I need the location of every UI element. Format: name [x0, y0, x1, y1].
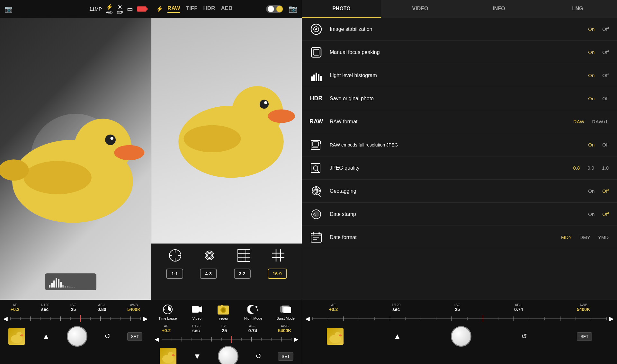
thumbnail-left[interactable] [8, 328, 25, 345]
date-format-ymd[interactable]: YMD [595, 233, 611, 241]
image-stabilization-on[interactable]: On [586, 25, 597, 33]
ar-4-3[interactable]: 4:3 [200, 269, 217, 279]
timer-icon-right[interactable]: ↺ [521, 332, 527, 341]
format-tab-tiff[interactable]: TIFF [186, 5, 198, 13]
spiral-icon[interactable] [203, 249, 216, 262]
manual-focus-off[interactable]: Off [600, 48, 611, 56]
format-tab-hdr[interactable]: HDR [203, 5, 215, 13]
ar-16-9[interactable]: 16:9 [268, 269, 287, 279]
setting-image-stabilization: Image stabilization On Off [302, 18, 617, 41]
image-stabilization-icon-wrap [308, 21, 325, 38]
right-bottom-controls: ▲ ↺ SET [302, 324, 617, 351]
photo-label: Photo [219, 317, 228, 321]
shutter-button-mid[interactable] [218, 346, 238, 364]
geotagging-on[interactable]: On [586, 187, 597, 195]
chevron-up-icon[interactable]: ▲ [42, 332, 50, 341]
grid3x3-icon[interactable] [237, 249, 251, 262]
hdr-save-off[interactable]: Off [600, 94, 611, 102]
raw-embeds-on[interactable]: On [586, 141, 597, 149]
tab-photo[interactable]: PHOTO [302, 0, 381, 18]
crosshair-icon[interactable] [168, 249, 182, 262]
mode-burstmode[interactable]: Burst Mode [277, 304, 295, 320]
format-tab-raw[interactable]: RAW [167, 5, 180, 13]
set-button-left[interactable]: SET [127, 332, 142, 341]
raw-embeds-options: On Off [586, 141, 611, 149]
burstmode-icon [280, 304, 291, 315]
set-button-right[interactable]: SET [577, 332, 592, 341]
mid-awb-param: AWB 5400K [278, 324, 291, 333]
light-histogram-label: Light level histogram [330, 73, 586, 78]
svg-point-49 [172, 354, 175, 356]
jpeg-quality-08[interactable]: 0.8 [570, 164, 582, 172]
thumbnail-right[interactable] [327, 328, 344, 345]
raw-format-rawl[interactable]: RAW+L [589, 118, 611, 126]
svg-rect-57 [316, 73, 317, 81]
ar-3-2[interactable]: 3:2 [234, 269, 251, 279]
right-slider-left-arrow[interactable]: ◀ [305, 315, 310, 322]
iso-param: ISO 25 [70, 303, 76, 312]
hash-icon[interactable] [272, 249, 285, 262]
svg-rect-41 [221, 305, 223, 306]
exp-control[interactable]: ☀ EXP [117, 3, 123, 14]
hdr-save-on[interactable]: On [586, 94, 597, 102]
jpeg-quality-10[interactable]: 1.0 [599, 164, 611, 172]
shutter-button-right[interactable] [451, 326, 471, 347]
mid-bottom-bar: Time Lapse Video Photo [151, 300, 302, 364]
svg-rect-35 [163, 309, 165, 310]
jpeg-quality-09[interactable]: 0.9 [585, 164, 597, 172]
duck-mid [156, 18, 302, 232]
timer-toggle[interactable] [266, 4, 284, 13]
mode-nightmode[interactable]: Night Mode [244, 304, 262, 320]
timer-icon-left[interactable]: ↺ [104, 332, 110, 341]
thumbnail-mid[interactable] [160, 348, 176, 364]
shutter-button-left[interactable] [67, 326, 87, 347]
chevron-down-icon[interactable]: ▼ [193, 352, 201, 361]
geotagging-label: Geotagging [330, 188, 586, 194]
raw-format-raw[interactable]: RAW [571, 118, 587, 126]
right-chevron-up-icon[interactable]: ▲ [393, 332, 401, 341]
set-button-mid[interactable]: SET [278, 352, 293, 361]
manual-focus-icon-wrap [308, 44, 325, 61]
right-slider-track[interactable] [312, 318, 607, 319]
timer-icon-mid[interactable]: ↺ [255, 352, 261, 360]
right-shutter-param: 1/120 sec [392, 303, 401, 312]
geotagging-off[interactable]: Off [600, 187, 611, 195]
raw-embeds-icon-wrap [308, 137, 325, 153]
mid-slider-right-arrow[interactable]: ▶ [294, 336, 299, 343]
svg-rect-55 [311, 76, 313, 81]
mid-slider-track[interactable] [162, 339, 291, 340]
aspect-ratios: 1:1 4:3 3:2 16:9 [151, 266, 302, 281]
tab-info[interactable]: INFO [460, 0, 538, 18]
manual-focus-on[interactable]: On [586, 48, 597, 56]
image-stabilization-off[interactable]: Off [600, 25, 611, 33]
setting-date-stamp: © Date stamp On Off [302, 203, 617, 226]
tab-lng[interactable]: LNG [538, 0, 617, 18]
ar-1-1[interactable]: 1:1 [166, 269, 183, 279]
raw-embeds-off[interactable]: Off [600, 141, 611, 149]
date-stamp-off[interactable]: Off [600, 210, 611, 218]
date-format-mdy[interactable]: MDY [559, 233, 574, 241]
flash-icon-mid[interactable]: ⚡ [156, 5, 163, 13]
date-stamp-on[interactable]: On [586, 210, 597, 218]
af-param: AF-L 0.80 [97, 303, 106, 312]
light-histogram-on[interactable]: On [586, 71, 597, 79]
svg-point-16 [268, 110, 295, 123]
mid-slider-left-arrow[interactable]: ◀ [155, 336, 159, 343]
camera-switch-icon[interactable]: 📷 [289, 5, 297, 13]
light-histogram-off[interactable]: Off [600, 71, 611, 79]
mode-photo[interactable]: Photo [217, 303, 230, 321]
svg-point-4 [110, 137, 113, 140]
svg-text:DATE: DATE [320, 234, 322, 237]
jpeg-quality-options: 0.8 0.9 1.0 [570, 164, 611, 172]
slider-right-arrow[interactable]: ▶ [143, 315, 148, 322]
format-tab-aeb[interactable]: AEB [221, 5, 232, 13]
flash-control[interactable]: ⚡ Auto [106, 4, 113, 14]
right-slider-right-arrow[interactable]: ▶ [609, 315, 614, 322]
mode-timelapse[interactable]: Time Lapse [158, 304, 177, 320]
date-format-dmy[interactable]: DMY [577, 233, 593, 241]
tab-video[interactable]: VIDEO [381, 0, 460, 18]
left-slider-track[interactable] [10, 318, 141, 319]
slider-left-arrow[interactable]: ◀ [3, 315, 8, 322]
mode-video[interactable]: Video [191, 304, 203, 320]
mid-shutter-param: 1/120 sec [192, 324, 201, 333]
